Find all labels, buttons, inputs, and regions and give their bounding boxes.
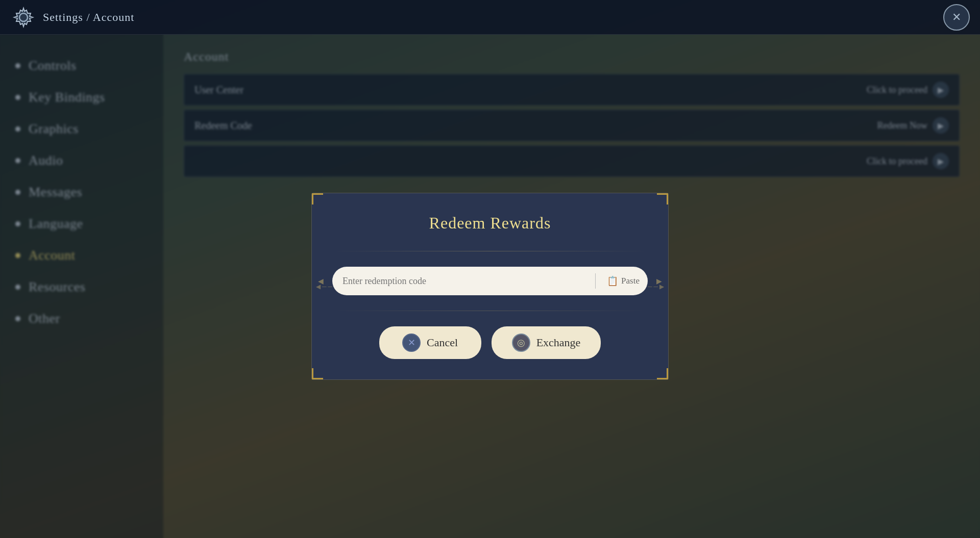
modal-title: Redeem Rewards: [332, 214, 648, 233]
input-divider: [595, 273, 596, 289]
paste-icon: 📋: [607, 275, 618, 287]
close-button[interactable]: ✕: [943, 4, 970, 31]
input-deco-right: ▶: [656, 277, 662, 286]
input-deco-left: ◀: [318, 277, 324, 286]
cancel-label: Cancel: [427, 336, 458, 349]
redemption-code-input[interactable]: [342, 276, 590, 287]
corner-bl: [312, 368, 323, 379]
exchange-button[interactable]: ◎ Exchange: [492, 326, 601, 359]
modal-top-line: [332, 251, 648, 251]
corner-br: [657, 368, 668, 379]
corner-tl: [312, 193, 323, 204]
modal-backdrop: ◀ ─ ─ ─ ─ ▶ Redeem Rewards ◀ 📋 Paste ▶ ✕…: [0, 35, 980, 538]
redeem-rewards-modal: ◀ ─ ─ ─ ─ ▶ Redeem Rewards ◀ 📋 Paste ▶ ✕…: [311, 193, 669, 380]
exchange-label: Exchange: [536, 336, 581, 349]
exchange-icon: ◎: [512, 334, 530, 352]
cancel-button[interactable]: ✕ Cancel: [379, 326, 481, 359]
paste-button[interactable]: 📋 Paste: [601, 271, 646, 291]
cancel-icon: ✕: [402, 334, 421, 352]
modal-buttons: ✕ Cancel ◎ Exchange: [332, 326, 648, 359]
header: Settings / Account ✕: [0, 0, 980, 35]
header-title: Settings / Account: [43, 11, 134, 24]
paste-label: Paste: [621, 276, 640, 286]
modal-bottom-line: [332, 311, 648, 311]
gear-icon: [12, 6, 35, 29]
code-input-wrapper: ◀ 📋 Paste ▶: [332, 267, 648, 295]
corner-tr: [657, 193, 668, 204]
